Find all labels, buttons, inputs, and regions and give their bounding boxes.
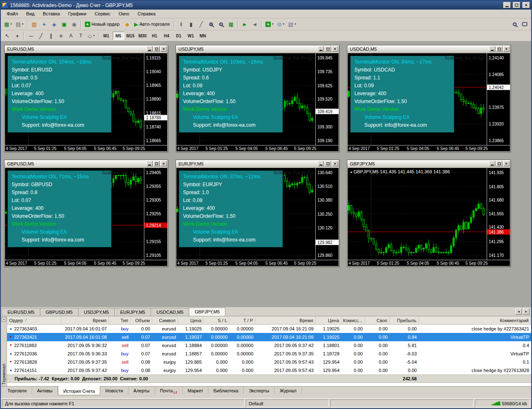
collapse-icon[interactable]: ▼ (350, 171, 353, 174)
chart-title-bar[interactable]: GBPJPY,M5 × (347, 160, 510, 168)
close-button[interactable]: × (522, 2, 530, 8)
close-button[interactable]: × (161, 46, 167, 52)
ea-status-icon[interactable]: ☺ (307, 55, 313, 60)
restore-button[interactable] (513, 2, 520, 8)
chart-title-bar[interactable]: EURJPY,M5 × (176, 160, 339, 168)
trendline-button[interactable]: ╱ (36, 31, 46, 40)
terminal-tab-5[interactable]: Почта14 (155, 387, 183, 394)
column-header-4[interactable]: Символ (152, 316, 178, 324)
restore-button[interactable] (496, 46, 502, 52)
column-header-12[interactable]: Прибыль (390, 316, 419, 324)
new-order-button[interactable]: +Новый ордер (83, 20, 122, 29)
timeframe-M30[interactable]: M30 (137, 32, 148, 40)
strategy-tester-button[interactable]: ◉ (69, 20, 79, 29)
chart-tab-usdcad[interactable]: USDCAD,M5 (151, 308, 189, 316)
indicators-button[interactable]: +▾ (264, 20, 275, 29)
minimize-button[interactable] (146, 161, 153, 166)
terminal-tab-7[interactable]: Библиотека (208, 387, 244, 394)
text-label-button[interactable]: T (76, 31, 86, 40)
chart-plot-area[interactable]: 141.935141.805141.680141.555141.430141.2… (348, 168, 510, 266)
metaeditor-button[interactable]: ◆ (122, 20, 132, 29)
periods-button[interactable]: ⊙▾ (275, 20, 286, 29)
chart-plot-area[interactable]: 130.640130.510130.380130.250130.120129.8… (176, 168, 339, 266)
column-header-6[interactable]: S / L (204, 316, 230, 324)
chart-tab-eurusd[interactable]: EURUSD,M5 (2, 308, 40, 316)
column-header-13[interactable]: Комментарий (419, 316, 531, 324)
chart-title-bar[interactable]: GBPUSD,M5 × (5, 160, 168, 168)
ea-status-icon[interactable]: ☺ (136, 55, 141, 60)
menu-item-4[interactable]: Сервис (91, 10, 115, 17)
chart-title-bar[interactable]: USDJPY,M5 × (176, 45, 339, 53)
chart-title-bar[interactable]: USDCAD,M5 × (347, 45, 510, 53)
minimize-button[interactable] (318, 161, 324, 166)
tile-windows-button[interactable]: ▦ (226, 20, 236, 29)
profiles-button[interactable]: ▤▾ (14, 20, 25, 29)
minimize-button[interactable] (489, 161, 495, 166)
timeframe-M5[interactable]: M5 (113, 32, 124, 40)
auto-trading-button[interactable]: ▶Авто-торговля (132, 20, 172, 29)
column-header-3[interactable]: Объем (131, 316, 152, 324)
column-header-10[interactable]: Комисс... (341, 316, 365, 324)
scroll-left-button[interactable]: ◂ (515, 308, 522, 315)
column-header-11[interactable]: Своп (365, 316, 390, 324)
horizontal-line-button[interactable]: ─ (26, 31, 36, 40)
timeframe-W1[interactable]: W1 (185, 32, 197, 40)
ea-status-icon[interactable]: ☺ (307, 170, 313, 175)
auto-scroll-button[interactable]: ► (240, 20, 250, 29)
chart-tab-eurjpy[interactable]: EURJPY,M5 (114, 308, 151, 316)
column-header-1[interactable]: Время (61, 316, 109, 324)
terminal-tab-3[interactable]: Новости (100, 387, 129, 394)
chart-tab-gbpusd[interactable]: GBPUSD,M5 (40, 308, 79, 316)
ea-status-icon[interactable]: ☺ (136, 170, 141, 175)
timeframe-H4[interactable]: H4 (161, 32, 173, 40)
window-titlebar[interactable]: 1568885: Activtrades-Demo - Демо Счет - … (1, 1, 531, 10)
minimize-button[interactable] (503, 2, 511, 8)
shapes-button[interactable]: ◇▾ (86, 31, 97, 40)
history-row[interactable]: ▼2276138282017.09.05 9:37:35sell0.08eurj… (7, 358, 531, 366)
minimize-button[interactable] (489, 46, 495, 52)
history-row[interactable]: ▲2276141512017.09.05 9:37:42buy0.08eurjp… (7, 366, 531, 375)
menu-item-5[interactable]: Окно (114, 10, 134, 17)
close-button[interactable]: × (332, 46, 338, 52)
column-header-5[interactable]: Цена (178, 316, 204, 324)
zoom-in-button[interactable]: + (206, 20, 216, 29)
bar-chart-button[interactable]: ‖ (176, 20, 186, 29)
terminal-button[interactable]: ▣ (59, 20, 69, 29)
zoom-out-button[interactable]: − (216, 20, 226, 29)
menu-item-1[interactable]: Вид (22, 10, 39, 17)
menu-item-6[interactable]: Справка (134, 10, 160, 17)
restore-button[interactable] (153, 46, 160, 52)
navigator-button[interactable]: ◈ (49, 20, 59, 29)
new-chart-button[interactable]: ▦▾ (2, 20, 14, 29)
chart-tab-gbpjpy[interactable]: GBPJPY,M5 (189, 308, 225, 316)
chart-shift-button[interactable]: ◄ (250, 20, 260, 29)
close-button[interactable]: × (503, 46, 510, 52)
chart-plot-area[interactable]: 1.241401.240851.239751.239201.23865 1.24… (348, 53, 510, 151)
terminal-tab-8[interactable]: Эксперты (244, 387, 275, 394)
fibonacci-button[interactable]: ≡ (56, 31, 66, 40)
restore-button[interactable] (325, 161, 331, 166)
data-window-button[interactable]: + (40, 20, 49, 29)
text-button[interactable]: A (66, 31, 76, 40)
column-header-9[interactable]: Цена (316, 316, 341, 324)
terminal-tab-9[interactable]: Журнал (275, 387, 302, 394)
timeframe-H1[interactable]: H1 (149, 32, 161, 40)
line-chart-button[interactable]: ╱ (196, 20, 206, 29)
chart-tab-usdjpy[interactable]: USDJPY,M5 (78, 308, 115, 316)
menu-item-0[interactable]: Файл (2, 10, 22, 17)
timeframe-D1[interactable]: D1 (173, 32, 185, 40)
restore-button[interactable] (496, 161, 502, 166)
terminal-tab-2[interactable]: История Счета (58, 386, 100, 395)
search-button[interactable] (510, 20, 520, 29)
terminal-tab-4[interactable]: Алерты (129, 387, 155, 394)
column-header-2[interactable]: Тип (109, 316, 131, 324)
column-header-8[interactable]: Время (255, 316, 316, 324)
templates-button[interactable]: ▧▾ (287, 20, 298, 29)
timeframe-M15[interactable]: M15 (125, 32, 136, 40)
chart-plot-area[interactable]: 1.191151.190401.189651.188901.188151.187… (5, 53, 167, 151)
restore-button[interactable] (153, 161, 160, 166)
status-profile-panel[interactable]: Default (246, 399, 329, 407)
chat-button[interactable] (520, 20, 530, 29)
crosshair-button[interactable]: + (12, 31, 22, 40)
timeframe-MN[interactable]: MN (197, 32, 209, 40)
